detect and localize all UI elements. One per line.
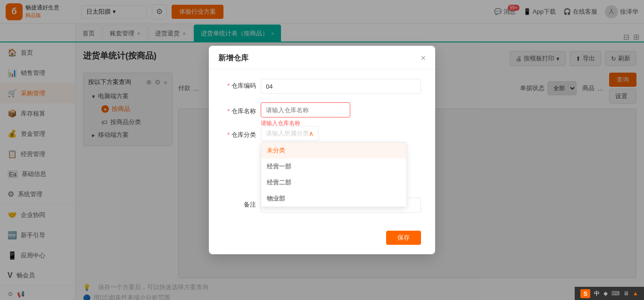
category-label: * 仓库分类 [223, 128, 261, 139]
category-dropdown: 未分类 经营一部 经营二部 物业部 [261, 142, 407, 207]
save-button[interactable]: 保存 [386, 231, 421, 245]
diamond-icon: ◆ [603, 290, 608, 297]
category-select-input[interactable]: 请输入所属分类 ∧ [261, 126, 319, 141]
modal-overlay: 新增仓库 × * 仓库编码 * 仓库名称 [0, 0, 644, 300]
triangle-icon[interactable]: ▲ [633, 290, 638, 297]
dialog-close-button[interactable]: × [421, 53, 426, 63]
dropdown-item-property[interactable]: 物业部 [261, 191, 406, 207]
dropdown-item-unclassified[interactable]: 未分类 [261, 142, 406, 158]
dropdown-item-dept2[interactable]: 经营二部 [261, 175, 406, 191]
remark-label: 备注 [223, 198, 261, 209]
dialog-header: 新增仓库 × [209, 46, 435, 69]
form-row-category: * 仓库分类 请输入所属分类 ∧ 未分类 经营一部 经 [223, 126, 421, 141]
dropdown-item-dept1[interactable]: 经营一部 [261, 158, 406, 175]
dialog-body: * 仓库编码 * 仓库名称 请输入仓库名称 [209, 69, 435, 231]
dialog-title: 新增仓库 [218, 53, 248, 63]
form-row-name: * 仓库名称 请输入仓库名称 [223, 102, 421, 117]
chevron-up-icon: ∧ [309, 130, 314, 137]
name-label: * 仓库名称 [223, 104, 261, 116]
warehouse-name-input[interactable] [261, 102, 350, 117]
s-logo: S [580, 289, 590, 298]
form-row-code: * 仓库编码 [223, 79, 421, 94]
ime-icon[interactable]: 中 [594, 290, 600, 298]
warehouse-code-input[interactable] [261, 79, 421, 94]
code-label: * 仓库编码 [223, 79, 261, 90]
monitor-icon[interactable]: 🖥 [623, 290, 629, 297]
keyboard-icon[interactable]: ⌨ [611, 290, 619, 297]
dialog-footer: 保存 [209, 231, 435, 245]
new-warehouse-dialog: 新增仓库 × * 仓库编码 * 仓库名称 [209, 46, 435, 254]
